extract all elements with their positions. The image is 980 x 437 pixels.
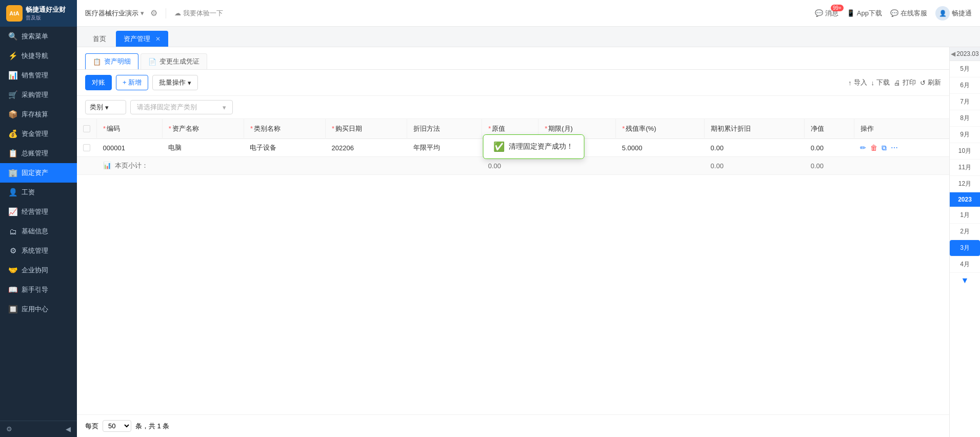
new-button[interactable]: + 新增 xyxy=(116,75,148,90)
sidebar: AtA 畅捷通好业财 普及版 🔍 搜索菜单 ⚡ 快捷导航 📊 销售管理 🛒 采购… xyxy=(0,0,77,437)
select-all-checkbox[interactable] xyxy=(83,125,90,132)
action-icons: ✏ 🗑 ⧉ ⋯ xyxy=(860,144,943,152)
rs-year-divider: 2023 xyxy=(950,192,980,207)
message-icon: 💬 xyxy=(815,9,823,17)
payroll-icon: 👤 xyxy=(8,188,17,197)
subtotal-row: 📊 本页小计： 0.00 0.00 0.00 xyxy=(77,157,949,175)
main-area: 医疗器械行业演示 ▾ ⚙ ☁ 我要体验一下 💬 消息 99+ 📱 App下载 💬… xyxy=(77,0,980,437)
sidebar-item-inventory[interactable]: 📦 库存核算 xyxy=(0,105,77,124)
experience-button[interactable]: ☁ 我要体验一下 xyxy=(174,9,223,18)
row-checkbox[interactable] xyxy=(83,144,90,151)
funds-icon: 💰 xyxy=(8,129,17,138)
pagination: 每页 50 10 20 100 条，共 1 条 xyxy=(77,414,949,437)
logo-text: 畅捷通好业财 普及版 xyxy=(26,6,66,21)
operations-icon: 📈 xyxy=(8,207,17,216)
settings-icon[interactable]: ⚙ xyxy=(6,425,12,433)
rs-month-7[interactable]: 7月 xyxy=(950,94,980,110)
tab-asset-mgmt[interactable]: 资产管理 ✕ xyxy=(116,31,168,47)
rs-month-11[interactable]: 11月 xyxy=(950,160,980,176)
category-filter-select[interactable]: 类别 ▾ xyxy=(85,100,126,114)
filter-row: 类别 ▾ 请选择固定资产类别 ▾ xyxy=(77,96,949,119)
cell-category-name: 电子设备 xyxy=(244,139,325,157)
asset-detail-icon: 📋 xyxy=(93,58,101,66)
batch-ops-button[interactable]: 批量操作 ▾ xyxy=(152,75,198,90)
rs-month-12[interactable]: 12月 xyxy=(950,176,980,192)
total-count: 条，共 1 条 xyxy=(135,422,169,431)
sidebar-item-quick-nav[interactable]: ⚡ 快捷导航 xyxy=(0,46,77,66)
refresh-button[interactable]: ↺ 刷新 xyxy=(920,78,941,87)
sidebar-item-purchase[interactable]: 🛒 采购管理 xyxy=(0,85,77,105)
app-center-icon: 🔲 xyxy=(8,305,17,314)
messages-button[interactable]: 💬 消息 99+ xyxy=(815,9,838,18)
print-button[interactable]: 🖨 打印 xyxy=(894,78,916,87)
chevron-down-icon: ▾ xyxy=(188,79,191,87)
tab-home[interactable]: 首页 xyxy=(85,31,114,47)
sidebar-item-system[interactable]: ⚙ 系统管理 xyxy=(0,241,77,261)
col-code: *编码 xyxy=(97,119,163,139)
download-icon: 📱 xyxy=(847,9,855,17)
sub-tab-asset-detail[interactable]: 📋 资产明细 xyxy=(85,53,138,69)
rs-month-5[interactable]: 5月 xyxy=(950,61,980,77)
sidebar-item-cooperation[interactable]: 🤝 企业协同 xyxy=(0,261,77,280)
rs-month-3[interactable]: 3月 xyxy=(950,240,980,256)
sub-tabs: 📋 资产明细 📄 变更生成凭证 xyxy=(77,47,949,70)
ledger-icon: 📋 xyxy=(8,149,17,158)
message-badge: 99+ xyxy=(831,5,844,11)
rs-toggle-icon[interactable]: ◀ xyxy=(951,50,955,57)
print-icon: 🖨 xyxy=(894,79,901,87)
rs-month-8[interactable]: 8月 xyxy=(950,110,980,127)
copy-icon[interactable]: ⧉ xyxy=(882,144,887,152)
company-selector[interactable]: 医疗器械行业演示 ▾ xyxy=(85,9,144,18)
sidebar-item-base-info[interactable]: 🗂 基础信息 xyxy=(0,222,77,241)
page-size-select[interactable]: 50 10 20 100 xyxy=(103,420,131,432)
rs-month-6[interactable]: 6月 xyxy=(950,77,980,94)
chevron-down-icon: ▾ xyxy=(105,104,109,111)
rs-year-label: 2023.03 xyxy=(956,50,978,57)
online-service-button[interactable]: 💬 在线客服 xyxy=(890,9,927,18)
col-asset-name: *资产名称 xyxy=(162,119,244,139)
col-actions: 操作 xyxy=(854,119,949,139)
subtotal-icon: 📊 xyxy=(103,162,111,169)
tab-close-icon[interactable]: ✕ xyxy=(155,35,161,43)
right-sidebar: ◀ 2023.03 5月 6月 7月 8月 9月 10月 11月 12月 202… xyxy=(949,47,980,437)
sidebar-item-fixed-assets[interactable]: 🏢 固定资产 xyxy=(0,163,77,183)
rs-scroll-down-icon[interactable]: ▼ xyxy=(950,273,980,288)
company-name: 医疗器械行业演示 xyxy=(85,9,138,18)
rs-month-10[interactable]: 10月 xyxy=(950,143,980,160)
settings-gear-icon[interactable]: ⚙ xyxy=(150,8,157,18)
download-button[interactable]: ↓ 下载 xyxy=(871,78,890,87)
category-input[interactable]: 请选择固定资产类别 ▾ xyxy=(130,100,233,114)
collapse-icon[interactable]: ◀ xyxy=(66,425,71,433)
sidebar-item-guide[interactable]: 📖 新手引导 xyxy=(0,280,77,300)
inventory-icon: 📦 xyxy=(8,110,17,119)
avatar: 👤 xyxy=(935,6,950,21)
rs-month-4[interactable]: 4月 xyxy=(950,256,980,273)
sidebar-item-app-center[interactable]: 🔲 应用中心 xyxy=(0,300,77,319)
rs-month-1[interactable]: 1月 xyxy=(950,207,980,224)
success-icon: ✅ xyxy=(493,141,505,152)
sidebar-item-sales[interactable]: 📊 销售管理 xyxy=(0,66,77,85)
col-purchase-date: *购买日期 xyxy=(326,119,407,139)
user-menu[interactable]: 👤 畅捷通 xyxy=(935,6,972,21)
import-button[interactable]: ↑ 导入 xyxy=(848,78,867,87)
topbar-right: 💬 消息 99+ 📱 App下载 💬 在线客服 👤 畅捷通 xyxy=(815,6,972,21)
sidebar-item-operations[interactable]: 📈 经营管理 xyxy=(0,202,77,222)
rs-month-9[interactable]: 9月 xyxy=(950,127,980,143)
service-icon: 💬 xyxy=(890,9,898,17)
cell-net-value: 0.00 xyxy=(805,139,854,157)
sidebar-item-payroll[interactable]: 👤 工资 xyxy=(0,183,77,202)
sub-tab-generate-voucher[interactable]: 📄 变更生成凭证 xyxy=(141,53,207,69)
quick-nav-icon: ⚡ xyxy=(8,51,17,61)
rs-month-2[interactable]: 2月 xyxy=(950,224,980,240)
delete-icon[interactable]: 🗑 xyxy=(870,144,877,152)
tab-bar: 首页 资产管理 ✕ xyxy=(77,27,980,47)
app-download-button[interactable]: 📱 App下载 xyxy=(847,9,882,18)
reconcile-button[interactable]: 对账 xyxy=(85,75,112,90)
sidebar-item-search[interactable]: 🔍 搜索菜单 xyxy=(0,27,77,46)
cell-actions: ✏ 🗑 ⧉ ⋯ xyxy=(854,139,949,157)
more-icon[interactable]: ⋯ xyxy=(891,144,898,152)
sidebar-item-funds[interactable]: 💰 资金管理 xyxy=(0,124,77,144)
edit-icon[interactable]: ✏ xyxy=(860,144,866,152)
sidebar-nav: 🔍 搜索菜单 ⚡ 快捷导航 📊 销售管理 🛒 采购管理 📦 库存核算 💰 资金管… xyxy=(0,27,77,421)
sidebar-item-ledger[interactable]: 📋 总账管理 xyxy=(0,144,77,163)
